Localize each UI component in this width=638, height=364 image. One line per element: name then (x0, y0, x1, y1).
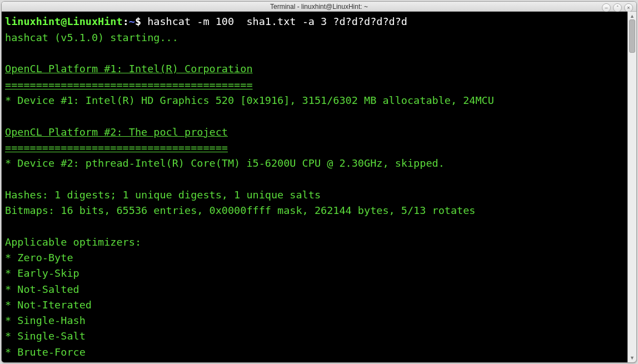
optimizer-item: * Single-Hash (5, 315, 86, 326)
prompt-path: ~ (129, 16, 135, 27)
platform2-header: OpenCL Platform #2: The pocl project (5, 126, 228, 138)
optimizer-item: * Not-Iterated (5, 299, 92, 311)
scroll-down-icon[interactable]: ▼ (629, 355, 636, 361)
scroll-up-icon[interactable]: ▲ (629, 13, 636, 19)
optimizer-item: * Single-Salt (5, 330, 86, 342)
command-text: hashcat -m 100 sha1.txt -a 3 ?d?d?d?d?d?… (141, 16, 407, 27)
output-line: hashcat (v5.1.0) starting... (5, 32, 178, 43)
prompt-dollar: $ (135, 16, 141, 27)
platform1-header: OpenCL Platform #1: Intel(R) Corporation (5, 63, 253, 74)
scroll-thumb[interactable] (629, 19, 635, 53)
optimizer-item: * Brute-Force (5, 346, 86, 358)
optimizer-item: * Zero-Byte (5, 252, 73, 263)
platform1-rule: ======================================== (5, 79, 253, 91)
minimize-button[interactable]: – (602, 3, 611, 12)
optimizer-item: * Early-Skip (5, 267, 79, 279)
terminal-window: Terminal - linuxhint@LinuxHint: ~ – ˄ × … (1, 1, 637, 363)
optimizers-header: Applicable optimizers: (5, 236, 141, 248)
platform2-rule: ==================================== (5, 142, 228, 153)
prompt-colon: : (123, 16, 129, 27)
titlebar: Terminal - linuxhint@LinuxHint: ~ – ˄ × (2, 2, 636, 12)
optimizer-item: * Not-Salted (5, 283, 79, 295)
scrollbar[interactable]: ▲ ▼ (627, 12, 636, 362)
terminal-output[interactable]: linuxhint@LinuxHint:~$ hashcat -m 100 sh… (2, 12, 627, 362)
maximize-button[interactable]: ˄ (613, 3, 622, 12)
scroll-track[interactable] (628, 19, 636, 355)
bitmaps-line: Bitmaps: 16 bits, 65536 entries, 0x0000f… (5, 205, 475, 216)
close-button[interactable]: × (624, 3, 633, 12)
device1-line: * Device #1: Intel(R) HD Graphics 520 [0… (5, 94, 494, 106)
window-controls: – ˄ × (602, 3, 633, 12)
terminal-body: linuxhint@LinuxHint:~$ hashcat -m 100 sh… (2, 12, 636, 362)
device2-line: * Device #2: pthread-Intel(R) Core(TM) i… (5, 157, 445, 169)
prompt-userhost: linuxhint@LinuxHint (5, 16, 123, 27)
window-title: Terminal - linuxhint@LinuxHint: ~ (270, 3, 368, 11)
hashes-line: Hashes: 1 digests; 1 unique digests, 1 u… (5, 189, 321, 201)
